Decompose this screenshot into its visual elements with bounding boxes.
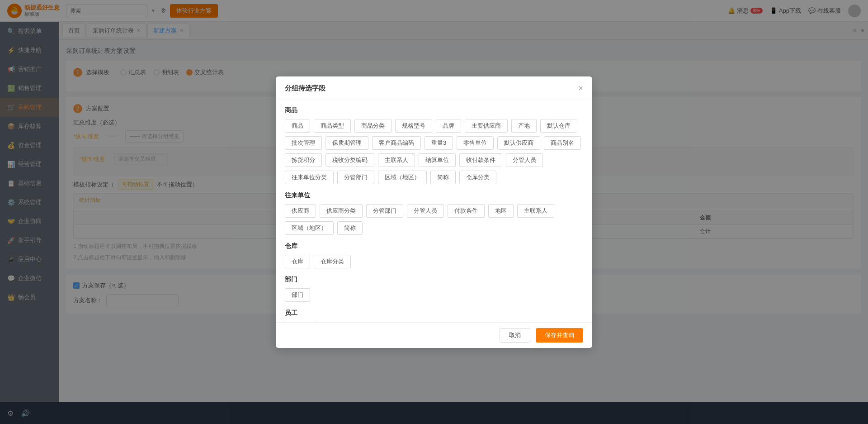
field-group-product: 商品 商品 商品类型 商品分类 规格型号 品牌 主要供应商 产地 默认仓库 批次… <box>285 106 583 184</box>
tag-main-supplier[interactable]: 主要供应商 <box>465 119 508 133</box>
tag-department[interactable]: 部门 <box>285 288 310 302</box>
tag-spec-model[interactable]: 规格型号 <box>395 119 432 133</box>
modal-close-button[interactable]: × <box>578 84 583 93</box>
tag-default-warehouse[interactable]: 默认仓库 <box>540 119 577 133</box>
tag-main-contact[interactable]: 主联系人 <box>378 153 415 167</box>
cancel-button[interactable]: 取消 <box>500 328 530 343</box>
group-warehouse-title: 仓库 <box>285 242 583 250</box>
group-staff-title: 员工 <box>285 309 583 317</box>
tag-wh[interactable]: 仓库 <box>285 255 310 268</box>
tag-default-supplier[interactable]: 默认供应商 <box>497 136 540 150</box>
tag-product-alias[interactable]: 商品别名 <box>544 136 581 150</box>
tag-wh-cat[interactable]: 仓库分类 <box>314 255 351 268</box>
tag-retail-unit[interactable]: 零售单位 <box>457 136 494 150</box>
tag-partner-person[interactable]: 分管人员 <box>407 204 444 218</box>
warehouse-tags: 仓库 仓库分类 <box>285 255 583 268</box>
tag-payment-terms[interactable]: 收付款条件 <box>459 153 502 167</box>
tag-tax-code[interactable]: 税收分类编码 <box>326 153 374 167</box>
tag-settlement-unit[interactable]: 结算单位 <box>419 153 456 167</box>
tag-partner-dept[interactable]: 分管部门 <box>366 204 403 218</box>
partner-tags: 供应商 供应商分类 分管部门 分管人员 付款条件 地区 主联系人 区域（地区） … <box>285 204 583 235</box>
modal-overlay: 分组待选字段 × 商品 商品 商品类型 商品分类 规格型号 品牌 主要供应商 产… <box>0 0 868 424</box>
modal-dialog: 分组待选字段 × 商品 商品 商品类型 商品分类 规格型号 品牌 主要供应商 产… <box>276 76 592 348</box>
tag-batch-mgmt[interactable]: 批次管理 <box>285 136 322 150</box>
tag-product-type[interactable]: 商品类型 <box>314 119 351 133</box>
tag-product[interactable]: 商品 <box>285 119 310 133</box>
product-tags: 商品 商品类型 商品分类 规格型号 品牌 主要供应商 产地 默认仓库 批次管理 … <box>285 119 583 184</box>
tag-abbr[interactable]: 简称 <box>430 171 456 184</box>
tag-supervisor[interactable]: 分管人员 <box>506 153 543 167</box>
modal-header: 分组待选字段 × <box>276 76 592 99</box>
tag-brand[interactable]: 品牌 <box>436 119 461 133</box>
tag-pick-points[interactable]: 拣货积分 <box>285 153 322 167</box>
tag-origin[interactable]: 产地 <box>511 119 537 133</box>
modal-body: 商品 商品 商品类型 商品分类 规格型号 品牌 主要供应商 产地 默认仓库 批次… <box>276 99 592 322</box>
tag-payment-cond[interactable]: 付款条件 <box>448 204 485 218</box>
tag-product-category[interactable]: 商品分类 <box>354 119 392 133</box>
tag-customer-code[interactable]: 客户商品编码 <box>372 136 421 150</box>
group-product-title: 商品 <box>285 106 583 114</box>
tag-partner-contact[interactable]: 主联系人 <box>517 204 554 218</box>
tag-area[interactable]: 地区 <box>488 204 514 218</box>
modal-title: 分组待选字段 <box>285 84 326 93</box>
tag-supplier[interactable]: 供应商 <box>285 204 316 218</box>
group-dept-title: 部门 <box>285 276 583 284</box>
field-group-staff: 员工 业务员 <box>285 309 583 322</box>
tag-quality-mgmt[interactable]: 保质期管理 <box>326 136 368 150</box>
tag-partner-abbr[interactable]: 简称 <box>337 221 363 235</box>
modal-footer: 取消 保存并查询 <box>276 322 592 348</box>
tag-partner-region[interactable]: 区域（地区） <box>285 221 334 235</box>
tag-warehouse-cat[interactable]: 仓库分类 <box>459 171 496 184</box>
dept-tags: 部门 <box>285 288 583 302</box>
tag-dept[interactable]: 分管部门 <box>337 171 374 184</box>
confirm-button[interactable]: 保存并查询 <box>536 328 583 343</box>
tag-weight[interactable]: 重量3 <box>425 136 453 150</box>
field-group-dept: 部门 部门 <box>285 276 583 302</box>
field-group-partner: 往来单位 供应商 供应商分类 分管部门 分管人员 付款条件 地区 主联系人 区域… <box>285 191 583 235</box>
tag-partner-category[interactable]: 往来单位分类 <box>285 171 334 184</box>
field-group-warehouse: 仓库 仓库 仓库分类 <box>285 242 583 268</box>
tag-region[interactable]: 区域（地区） <box>378 171 427 184</box>
tag-supplier-cat[interactable]: 供应商分类 <box>320 204 363 218</box>
group-partner-title: 往来单位 <box>285 191 583 200</box>
